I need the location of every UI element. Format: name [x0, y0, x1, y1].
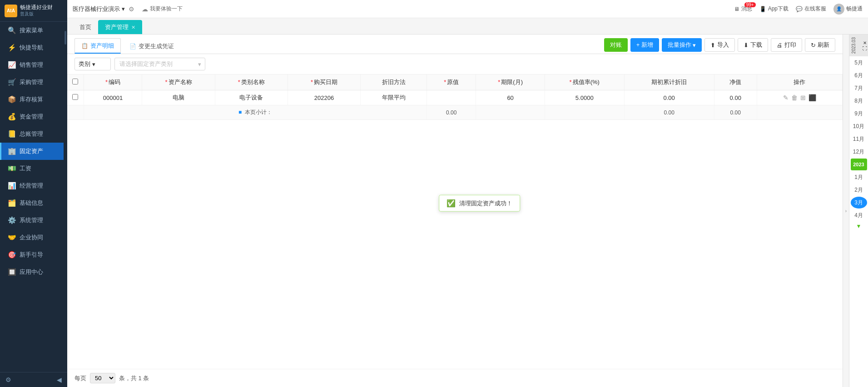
th-residual-rate: *残值率(%) — [545, 74, 624, 90]
subtotal-label: 本页小计： — [245, 109, 272, 115]
sidebar-icon-purchase: 🛒 — [8, 78, 16, 86]
reconcile-btn[interactable]: 对账 — [604, 38, 628, 52]
cal-month-1[interactable]: 1月 — [851, 171, 867, 183]
app-download-btn[interactable]: 📱 App下载 — [759, 5, 789, 13]
scrollbar-thumb — [64, 31, 66, 45]
sidebar-icon-payroll: 💵 — [8, 164, 16, 173]
sidebar-item-purchase[interactable]: 🛒 采购管理 — [0, 74, 64, 91]
print-icon: 🖨 — [777, 42, 783, 49]
tab-home[interactable]: 首页 — [73, 20, 98, 34]
sidebar-icon-search: 🔍 — [8, 26, 16, 35]
sidebar-item-system[interactable]: ⚙️ 系统管理 — [0, 212, 64, 229]
batch-btn[interactable]: 批量操作 ▾ — [662, 38, 702, 52]
tab-assets-label: 资产管理 — [105, 23, 129, 31]
tab-assets-close-icon[interactable]: ✕ — [131, 25, 135, 30]
sidebar-item-quick-nav[interactable]: ⚡ 快捷导航 — [0, 39, 64, 56]
cal-month-11[interactable]: 11月 — [851, 133, 867, 145]
sidebar-brand: 畅捷通好业财 普及版 — [20, 4, 53, 18]
message-btn[interactable]: 🖥 消息 99+ — [734, 5, 752, 13]
sidebar-label-basic-info: 基础信息 — [20, 199, 43, 207]
category-dropdown-icon: ▾ — [92, 61, 95, 68]
subtab-asset-detail-label: 资产明细 — [90, 42, 114, 50]
category-placeholder: 请选择固定资产类别 — [119, 60, 173, 68]
select-all-checkbox[interactable] — [72, 79, 78, 84]
category-select[interactable]: 请选择固定资产类别 ▾ — [114, 58, 205, 70]
tab-home-label: 首页 — [79, 23, 91, 31]
cal-month-3-current[interactable]: 3月 — [851, 197, 867, 208]
user-profile[interactable]: 👤 畅捷通 — [833, 4, 863, 15]
subtab-change-voucher[interactable]: 📄 变更生成凭证 — [123, 38, 181, 54]
import-btn[interactable]: ⬆ 导入 — [704, 38, 735, 52]
company-selector[interactable]: 医疗器械行业演示 ▾ — [73, 5, 125, 13]
cell-residual-rate: 5.0000 — [545, 90, 624, 105]
cal-scroll-down[interactable]: ▼ — [856, 222, 862, 231]
sidebar-label-funds: 资金管理 — [20, 113, 43, 121]
online-service-label: 在线客服 — [804, 5, 826, 13]
refresh-label: 刷新 — [818, 41, 829, 49]
sidebar-item-ledger[interactable]: 📒 总账管理 — [0, 125, 64, 143]
category-filter[interactable]: 类别 ▾ — [74, 58, 111, 70]
panel-collapse-btn[interactable]: › — [843, 35, 849, 387]
new-btn[interactable]: + 新增 — [630, 38, 659, 52]
sidebar-item-app-center[interactable]: 🔲 应用中心 — [0, 263, 64, 281]
sidebar-label-inventory: 库存核算 — [20, 95, 43, 104]
cal-month-7[interactable]: 7月 — [851, 82, 867, 94]
sidebar-icon-app-center: 🔲 — [8, 268, 16, 276]
cal-month-6[interactable]: 6月 — [851, 69, 867, 81]
cal-month-10[interactable]: 10月 — [851, 120, 867, 132]
tab-assets[interactable]: 资产管理 ✕ — [98, 20, 142, 34]
sidebar-item-guide[interactable]: 🎯 新手引导 — [0, 246, 64, 263]
sidebar-item-basic-info[interactable]: 🗂️ 基础信息 — [0, 194, 64, 212]
calendar-header-title: 2023.03 — [850, 36, 857, 55]
th-initial-accumulated: 期初累计折旧 — [624, 74, 714, 90]
cal-month-4[interactable]: 4月 — [851, 209, 867, 221]
collapse-sidebar-icon[interactable]: ◀ — [57, 376, 62, 383]
content-main: 📋 资产明细 📄 变更生成凭证 对账 + 新增 批量操作 ▾ ⬆ — [67, 35, 843, 387]
edit-icon[interactable]: ✎ — [783, 94, 789, 101]
subtab-asset-detail[interactable]: 📋 资产明细 — [74, 38, 121, 54]
experience-label: 我要体验一下 — [150, 5, 183, 13]
expand-panel-icon[interactable]: ⛶ — [863, 46, 867, 51]
refresh-btn[interactable]: ↻ 刷新 — [805, 38, 835, 52]
download-icon: 📱 — [759, 6, 766, 12]
sidebar-icon-inventory: 📦 — [8, 95, 16, 104]
cal-month-5[interactable]: 5月 — [851, 57, 867, 69]
th-original-value: *原值 — [427, 74, 476, 90]
experience-btn[interactable]: ☁ 我要体验一下 — [142, 5, 183, 13]
row-checkbox[interactable] — [72, 94, 78, 100]
sidebar-item-sales[interactable]: 📈 销售管理 — [0, 56, 64, 74]
sidebar-item-funds[interactable]: 💰 资金管理 — [0, 108, 64, 125]
cell-depreciation: 年限平均 — [361, 90, 427, 105]
online-service-btn[interactable]: 💬 在线客服 — [796, 5, 826, 13]
cal-month-12[interactable]: 12月 — [851, 146, 867, 158]
sidebar-item-search[interactable]: 🔍 搜索菜单 — [0, 22, 64, 39]
sidebar: AtA 畅捷通好业财 普及版 🔍 搜索菜单 ⚡ 快捷导航 📈 销售管理 🛒 采购… — [0, 0, 67, 387]
print-btn[interactable]: 🖨 打印 — [771, 38, 802, 52]
sidebar-icon-business: 📊 — [8, 182, 16, 190]
close-panel-icon[interactable]: ✕ — [863, 40, 867, 45]
download-btn[interactable]: ⬇ 下载 — [738, 38, 768, 52]
cal-month-2[interactable]: 2月 — [851, 184, 867, 196]
sidebar-item-payroll[interactable]: 💵 工资 — [0, 160, 64, 177]
company-settings-icon[interactable]: ⚙ — [129, 5, 134, 13]
cell-category: 电子设备 — [215, 90, 288, 105]
sidebar-item-fixed-assets[interactable]: 🏢 固定资产 — [0, 143, 64, 160]
cal-month-8[interactable]: 8月 — [851, 95, 867, 107]
app-download-label: App下载 — [768, 5, 789, 13]
copy-icon[interactable]: ⊞ — [800, 94, 806, 101]
settings-icon[interactable]: ⚙ — [5, 376, 11, 383]
delete-icon[interactable]: 🗑 — [791, 94, 798, 101]
subtotal-initial: 0.00 — [624, 105, 714, 120]
sidebar-item-inventory[interactable]: 📦 库存核算 — [0, 91, 64, 108]
th-code: *编码 — [84, 74, 142, 90]
sidebar-label-business: 经营管理 — [20, 182, 43, 190]
cell-action: ✎ 🗑 ⊞ ⬛ — [757, 90, 842, 105]
more-icon[interactable]: ⬛ — [808, 94, 816, 101]
per-page-select[interactable]: 50 10 20 100 — [90, 373, 115, 383]
cal-month-9[interactable]: 9月 — [851, 108, 867, 119]
sidebar-item-enterprise[interactable]: 🤝 企业协同 — [0, 229, 64, 246]
table-row: 000001 电脑 电子设备 202206 年限平均 60 5.0000 0.0… — [67, 90, 843, 105]
sidebar-item-business[interactable]: 📊 经营管理 — [0, 177, 64, 194]
filter-row: 类别 ▾ 请选择固定资产类别 ▾ — [67, 54, 843, 74]
asset-detail-icon: 📋 — [81, 43, 88, 49]
